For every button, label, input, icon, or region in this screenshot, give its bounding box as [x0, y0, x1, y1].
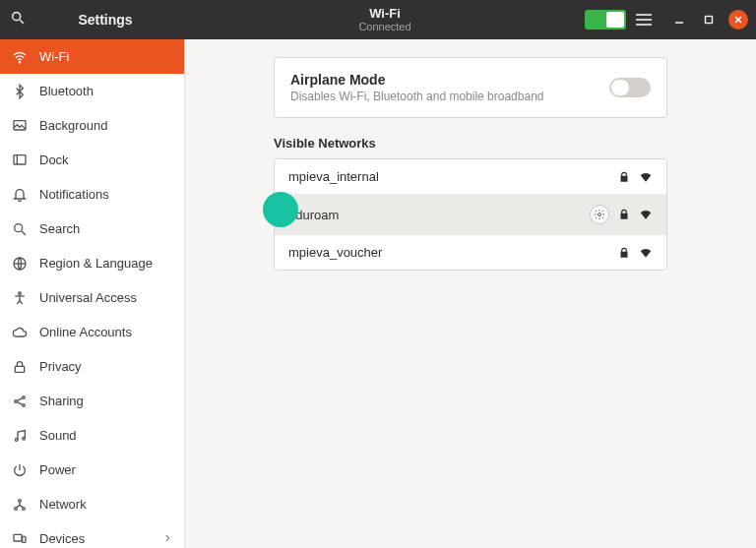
sidebar: Wi-Fi Bluetooth Background Dock Notifica… — [0, 39, 185, 548]
sidebar-item-label: Bluetooth — [39, 84, 94, 98]
network-name: mpieva_voucher — [288, 245, 617, 260]
svg-point-6 — [19, 61, 20, 62]
sidebar-item-dock[interactable]: Dock — [0, 143, 184, 177]
sidebar-item-power[interactable]: Power — [0, 453, 184, 487]
globe-icon — [12, 256, 28, 272]
svg-line-1 — [20, 20, 24, 24]
svg-point-20 — [19, 499, 22, 502]
wifi-signal-icon — [639, 208, 653, 221]
lock-icon — [617, 208, 631, 221]
sidebar-item-sharing[interactable]: Sharing — [0, 384, 184, 418]
lock-icon — [12, 359, 28, 375]
sidebar-title: Settings — [35, 12, 175, 28]
svg-point-19 — [23, 437, 26, 440]
svg-rect-8 — [14, 154, 26, 163]
network-row[interactable]: mpieva_voucher — [275, 235, 666, 270]
cloud-icon — [12, 325, 28, 340]
sidebar-item-region[interactable]: Region & Language — [0, 246, 184, 280]
wifi-signal-icon — [639, 170, 653, 184]
app-menu-icon[interactable] — [636, 14, 652, 26]
svg-rect-24 — [23, 536, 26, 542]
network-row[interactable]: eduroam — [275, 195, 666, 235]
lock-icon — [617, 246, 631, 260]
sidebar-item-label: Dock — [39, 152, 69, 167]
sidebar-item-network[interactable]: Network — [0, 487, 184, 521]
svg-point-18 — [15, 438, 18, 441]
airplane-mode-title: Airplane Mode — [290, 72, 609, 88]
airplane-mode-toggle[interactable] — [609, 78, 651, 97]
network-name: mpieva_internal — [288, 169, 617, 184]
window-maximize-button[interactable] — [699, 10, 719, 30]
titlebar-left: Settings — [0, 0, 185, 39]
bell-icon — [12, 187, 28, 203]
sidebar-item-bluetooth[interactable]: Bluetooth — [0, 74, 184, 108]
wifi-icon — [12, 49, 28, 65]
svg-point-25 — [598, 213, 601, 216]
power-icon — [12, 462, 28, 478]
sidebar-item-label: Wi-Fi — [39, 49, 69, 64]
pointer-overlay — [263, 192, 298, 227]
sidebar-item-label: Online Accounts — [39, 325, 132, 339]
sidebar-item-label: Sharing — [39, 394, 84, 408]
titlebar-right — [585, 10, 756, 30]
search-icon[interactable] — [10, 10, 26, 30]
sidebar-item-label: Power — [39, 462, 76, 477]
dock-icon — [12, 152, 28, 168]
sidebar-item-online[interactable]: Online Accounts — [0, 315, 184, 349]
svg-point-10 — [15, 223, 23, 231]
sidebar-item-label: Background — [39, 118, 107, 133]
network-settings-button[interactable] — [590, 205, 609, 224]
accessibility-icon — [12, 290, 28, 306]
airplane-mode-card: Airplane Mode Disables Wi-Fi, Bluetooth … — [274, 57, 667, 118]
wifi-signal-icon — [639, 246, 653, 260]
sidebar-item-label: Devices — [39, 531, 85, 546]
network-name: eduroam — [288, 208, 590, 222]
chevron-right-icon — [162, 531, 172, 546]
sidebar-item-privacy[interactable]: Privacy — [0, 349, 184, 384]
share-icon — [12, 394, 28, 409]
titlebar: Settings Wi-Fi Connected — [0, 0, 756, 39]
devices-icon — [12, 531, 28, 547]
page-subtitle: Connected — [358, 21, 410, 32]
music-icon — [12, 428, 28, 444]
titlebar-center: Wi-Fi Connected — [185, 7, 585, 32]
sidebar-item-label: Sound — [39, 428, 77, 443]
sidebar-item-universal[interactable]: Universal Access — [0, 280, 184, 315]
sidebar-item-label: Network — [39, 497, 87, 512]
svg-point-17 — [23, 403, 26, 406]
gear-icon — [594, 209, 605, 220]
search-icon — [12, 221, 28, 237]
svg-point-15 — [15, 399, 18, 402]
bluetooth-icon — [12, 84, 28, 99]
svg-point-16 — [23, 396, 26, 398]
sidebar-item-label: Privacy — [39, 359, 82, 374]
network-list: mpieva_internal eduroam mpieva_voucher — [274, 158, 667, 271]
svg-point-0 — [13, 13, 21, 21]
svg-rect-23 — [14, 534, 22, 541]
network-row[interactable]: mpieva_internal — [275, 159, 666, 195]
window-minimize-button[interactable] — [669, 10, 689, 30]
sidebar-item-search[interactable]: Search — [0, 212, 184, 246]
sidebar-item-label: Region & Language — [39, 256, 153, 271]
visible-networks-label: Visible Networks — [274, 136, 667, 151]
sidebar-item-sound[interactable]: Sound — [0, 418, 184, 453]
network-icon — [12, 497, 28, 513]
svg-rect-3 — [706, 17, 713, 24]
page-title: Wi-Fi — [369, 7, 401, 21]
svg-rect-14 — [15, 366, 24, 372]
lock-icon — [617, 170, 631, 184]
sidebar-item-background[interactable]: Background — [0, 108, 184, 143]
sidebar-item-label: Universal Access — [39, 290, 137, 305]
sidebar-item-devices[interactable]: Devices — [0, 521, 184, 548]
wifi-toggle[interactable] — [585, 10, 626, 30]
sidebar-item-label: Search — [39, 221, 80, 236]
background-icon — [12, 118, 28, 134]
svg-point-13 — [19, 292, 22, 295]
airplane-mode-subtitle: Disables Wi-Fi, Bluetooth and mobile bro… — [290, 90, 609, 103]
window-close-button[interactable] — [728, 10, 748, 30]
sidebar-item-wifi[interactable]: Wi-Fi — [0, 39, 184, 74]
sidebar-item-label: Notifications — [39, 187, 109, 202]
sidebar-item-notifications[interactable]: Notifications — [0, 177, 184, 212]
svg-line-11 — [22, 231, 26, 235]
main-panel: Airplane Mode Disables Wi-Fi, Bluetooth … — [185, 39, 756, 548]
